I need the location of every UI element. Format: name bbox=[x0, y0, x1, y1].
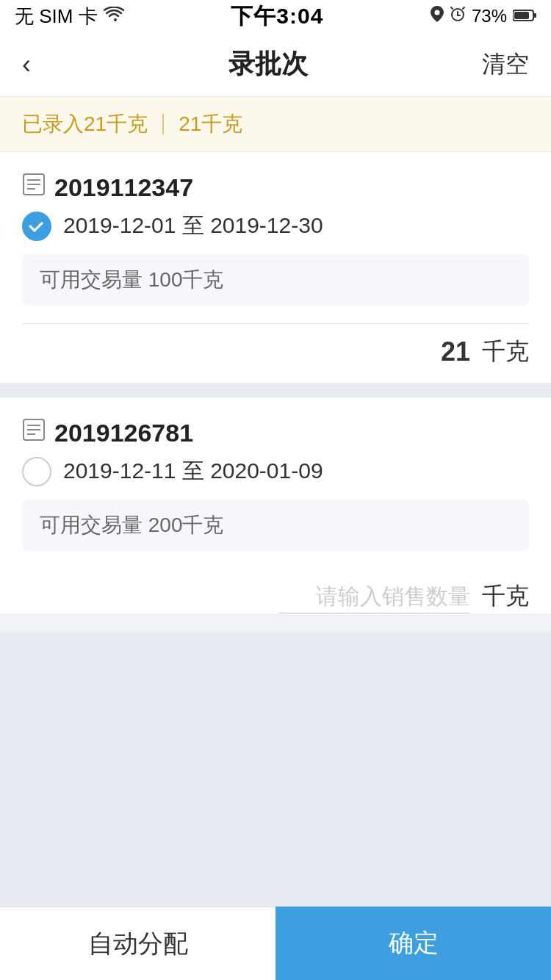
status-carrier: 无 SIM 卡 bbox=[15, 4, 124, 29]
empty-area bbox=[0, 631, 551, 947]
batch-id-2: 2019126781 bbox=[54, 419, 193, 447]
svg-rect-5 bbox=[533, 13, 536, 18]
qty-value-1: 21 bbox=[441, 336, 470, 367]
wifi-icon bbox=[104, 5, 124, 28]
location-icon bbox=[431, 6, 444, 26]
auto-distribute-button[interactable]: 自动分配 bbox=[0, 907, 276, 980]
nav-title: 录批次 bbox=[66, 46, 470, 82]
available-qty-2: 可用交易量 200千克 bbox=[22, 500, 529, 551]
back-button[interactable]: ‹ bbox=[22, 49, 66, 80]
input-underline-2 bbox=[279, 613, 470, 613]
svg-rect-6 bbox=[514, 12, 529, 19]
status-right: 73% bbox=[431, 6, 536, 26]
batch-date-row-2: 2019-12-11 至 2020-01-09 bbox=[22, 456, 529, 486]
clear-button[interactable]: 清空 bbox=[470, 48, 529, 81]
banner-divider bbox=[162, 114, 164, 134]
batch-header-1: 2019112347 bbox=[22, 173, 529, 202]
status-banner: 已录入21千克 21千克 bbox=[0, 97, 551, 152]
carrier-text: 无 SIM 卡 bbox=[15, 4, 98, 29]
available-qty-1: 可用交易量 100千克 bbox=[22, 254, 529, 306]
status-time: 下午3:04 bbox=[231, 1, 323, 32]
batch-id-1: 2019112347 bbox=[54, 173, 193, 202]
confirm-button[interactable]: 确定 bbox=[276, 907, 551, 980]
battery-icon bbox=[513, 6, 536, 26]
batch-card-1: 2019112347 2019-12-01 至 2019-12-30 可用交易量… bbox=[0, 152, 551, 383]
radio-unchecked-2[interactable] bbox=[22, 457, 51, 486]
qty-unit-1: 千克 bbox=[482, 336, 529, 368]
alarm-icon bbox=[450, 6, 466, 26]
qty-unit-2: 千克 bbox=[482, 580, 529, 613]
batch-header-2: 2019126781 bbox=[22, 418, 529, 447]
qty-input-2[interactable] bbox=[264, 584, 470, 609]
battery-text: 73% bbox=[472, 6, 507, 26]
bottom-buttons: 自动分配 确定 bbox=[0, 907, 551, 980]
batch-doc-icon-1 bbox=[22, 173, 46, 202]
qty-row-1: 21 千克 bbox=[22, 323, 529, 383]
batch-date-2: 2019-12-11 至 2020-01-09 bbox=[63, 456, 323, 486]
nav-bar: ‹ 录批次 清空 bbox=[0, 32, 551, 97]
status-bar: 无 SIM 卡 下午3:04 73 bbox=[0, 0, 551, 32]
section-divider bbox=[0, 383, 551, 397]
already-recorded-text: 已录入21千克 bbox=[22, 110, 148, 138]
radio-checked-1[interactable] bbox=[22, 212, 51, 241]
batch-date-row-1: 2019-12-01 至 2019-12-30 bbox=[22, 211, 529, 241]
recorded-value-text: 21千克 bbox=[179, 110, 242, 138]
batch-doc-icon-2 bbox=[22, 418, 46, 447]
batch-date-1: 2019-12-01 至 2019-12-30 bbox=[63, 211, 323, 241]
batch-card-2: 2019126781 2019-12-11 至 2020-01-09 可用交易量… bbox=[0, 397, 551, 613]
svg-point-0 bbox=[434, 10, 439, 15]
